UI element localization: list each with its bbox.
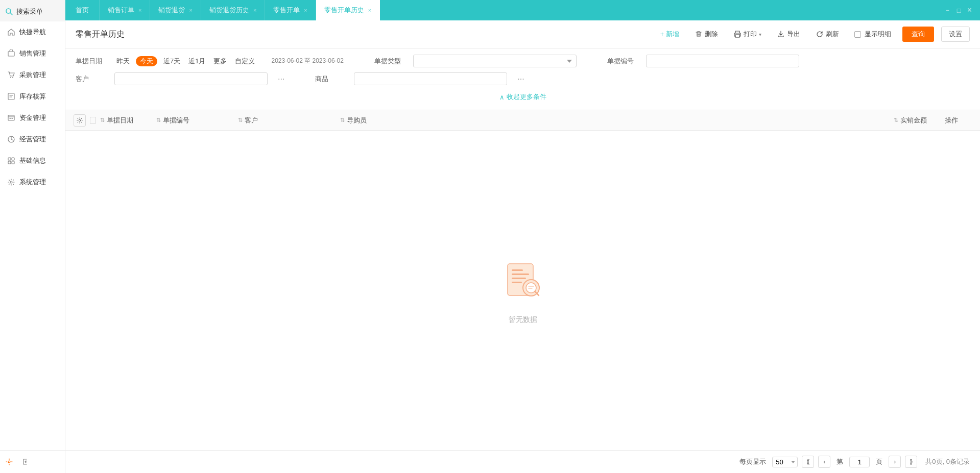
- sidebar-item-purchase-mgmt[interactable]: 采购管理: [0, 64, 65, 86]
- sort-icon[interactable]: ⇅: [340, 117, 345, 123]
- sidebar-item-operations[interactable]: 经营管理: [0, 129, 65, 150]
- sort-icon[interactable]: ⇅: [100, 117, 105, 123]
- sidebar-item-quick-nav[interactable]: 快捷导航: [0, 21, 65, 43]
- print-icon: [733, 30, 742, 38]
- svg-rect-5: [8, 93, 14, 99]
- tab-sales-return-history[interactable]: 销货退货历史 ×: [201, 0, 265, 20]
- sidebar-item-label: 销售管理: [19, 49, 46, 58]
- page-label-pre: 第: [836, 457, 843, 466]
- svg-rect-8: [12, 158, 14, 160]
- minimize-btn[interactable]: －: [944, 6, 951, 15]
- print-chevron-icon: ▾: [759, 32, 761, 37]
- refresh-button[interactable]: 刷新: [811, 28, 843, 41]
- sidebar-item-basic-info[interactable]: 基础信息: [0, 150, 65, 171]
- collapse-button[interactable]: ∧ 收起更多条件: [499, 90, 546, 104]
- type-filter-label: 单据类型: [374, 57, 403, 66]
- filter-area: 单据日期 昨天 今天 近7天 近1月 更多 自定义 2023-06-02 至 2…: [65, 48, 980, 110]
- tab-close-icon[interactable]: ×: [368, 7, 371, 13]
- tab-sales-order[interactable]: 销售订单 ×: [100, 0, 150, 20]
- sidebar-item-finance[interactable]: 资金管理: [0, 107, 65, 129]
- shortcut-7days[interactable]: 近7天: [161, 56, 182, 66]
- col-header-customer: ⇅ 客户: [234, 116, 336, 125]
- svg-rect-16: [512, 278, 526, 279]
- total-info: 共0页, 0条记录: [925, 457, 970, 466]
- select-all-checkbox[interactable]: [90, 117, 96, 124]
- collapse-sidebar-icon[interactable]: [21, 458, 30, 466]
- page-size-label: 每页显示: [739, 457, 766, 466]
- export-icon: [777, 30, 785, 38]
- svg-rect-17: [512, 282, 522, 283]
- table-header: ⇅ 单据日期 ⇅ 单据编号 ⇅ 客户 ⇅ 导购员 ⇅ 实销金额: [65, 110, 980, 131]
- next-page-button[interactable]: ›: [889, 456, 901, 468]
- shortcut-more[interactable]: 更多: [211, 56, 229, 66]
- page-number-input[interactable]: [849, 457, 870, 467]
- bill-no-input[interactable]: [646, 55, 799, 67]
- tab-close-icon[interactable]: ×: [138, 7, 141, 13]
- query-button[interactable]: 查询: [902, 27, 934, 42]
- svg-rect-14: [512, 269, 523, 271]
- sort-icon[interactable]: ⇅: [238, 117, 243, 123]
- basic-icon: [7, 157, 15, 165]
- sort-icon[interactable]: ⇅: [894, 117, 898, 123]
- tab-close-icon[interactable]: ×: [189, 7, 192, 13]
- table-settings-button[interactable]: [74, 114, 86, 127]
- sidebar-item-label: 采购管理: [19, 70, 46, 80]
- shortcut-1month[interactable]: 近1月: [186, 56, 207, 66]
- empty-text: 暂无数据: [509, 315, 537, 325]
- empty-illustration: [497, 256, 548, 307]
- svg-rect-7: [8, 158, 11, 160]
- sidebar-item-sys-mgmt[interactable]: 系统管理: [0, 171, 65, 193]
- settings-bottom-icon[interactable]: [5, 458, 13, 466]
- tab-retail-history[interactable]: 零售开单历史 ×: [316, 0, 380, 20]
- col-header-salesperson: ⇅ 导购员: [336, 116, 387, 125]
- svg-line-1: [10, 13, 12, 15]
- svg-point-4: [12, 77, 13, 78]
- sidebar-item-label: 资金管理: [19, 113, 46, 122]
- bill-no-label: 单据编号: [607, 57, 636, 66]
- shortcut-yesterday[interactable]: 昨天: [114, 56, 132, 66]
- close-btn[interactable]: ×: [967, 6, 972, 15]
- setting-button[interactable]: 设置: [941, 27, 970, 42]
- svg-rect-9: [8, 161, 11, 164]
- tab-home[interactable]: 首页: [65, 0, 100, 20]
- last-page-button[interactable]: ⟫: [905, 456, 917, 468]
- type-filter-select[interactable]: [413, 55, 577, 67]
- date-range-display: 2023-06-02 至 2023-06-02: [271, 57, 343, 65]
- sidebar-item-label: 系统管理: [19, 178, 46, 187]
- purchase-icon: [7, 71, 15, 79]
- delete-button[interactable]: 删除: [690, 28, 722, 41]
- maximize-btn[interactable]: □: [957, 7, 961, 14]
- display-detail-button[interactable]: 显示明细: [850, 28, 895, 41]
- sidebar-item-inventory[interactable]: 库存核算: [0, 86, 65, 107]
- display-checkbox[interactable]: [854, 31, 861, 38]
- svg-point-12: [739, 34, 740, 35]
- prev-page-button[interactable]: ‹: [818, 456, 830, 468]
- tab-retail-open[interactable]: 零售开单 ×: [265, 0, 316, 20]
- tab-sales-return[interactable]: 销货退货 ×: [150, 0, 201, 20]
- sort-icon[interactable]: ⇅: [156, 117, 161, 123]
- shortcut-today[interactable]: 今天: [136, 56, 157, 66]
- first-page-button[interactable]: ⟪: [802, 456, 814, 468]
- customer-input[interactable]: [114, 72, 268, 85]
- col-header-bill-no: ⇅ 单据编号: [152, 116, 234, 125]
- export-button[interactable]: 导出: [773, 28, 804, 41]
- filter-row-2: 客户 ··· 商品 ···: [76, 72, 970, 85]
- sidebar-item-label: 经营管理: [19, 135, 46, 144]
- refresh-icon: [816, 30, 824, 38]
- add-button[interactable]: + 新增: [656, 28, 683, 41]
- tab-close-icon[interactable]: ×: [253, 7, 256, 13]
- customer-dots[interactable]: ···: [278, 74, 284, 84]
- system-icon: [7, 178, 15, 186]
- top-nav: 首页 销售订单 × 销货退货 × 销货退货历史 × 零售开单 × 零售开单历史 …: [65, 0, 980, 20]
- sidebar-search[interactable]: 搜索采单: [0, 0, 65, 21]
- goods-input[interactable]: [354, 72, 507, 85]
- sidebar-item-sales-mgmt[interactable]: 销售管理: [0, 43, 65, 64]
- goods-dots[interactable]: ···: [517, 74, 524, 84]
- tab-close-icon[interactable]: ×: [304, 7, 307, 13]
- pagination: 每页显示 10 20 50 100 ⟪ ‹ 第 页 › ⟫ 共0页, 0条记录: [65, 450, 980, 473]
- shortcut-custom[interactable]: 自定义: [233, 56, 257, 66]
- page-size-select[interactable]: 10 20 50 100: [772, 457, 798, 467]
- collapse-row: ∧ 收起更多条件: [76, 90, 970, 104]
- print-button[interactable]: 打印 ▾: [729, 28, 766, 41]
- sales-icon: [7, 49, 15, 58]
